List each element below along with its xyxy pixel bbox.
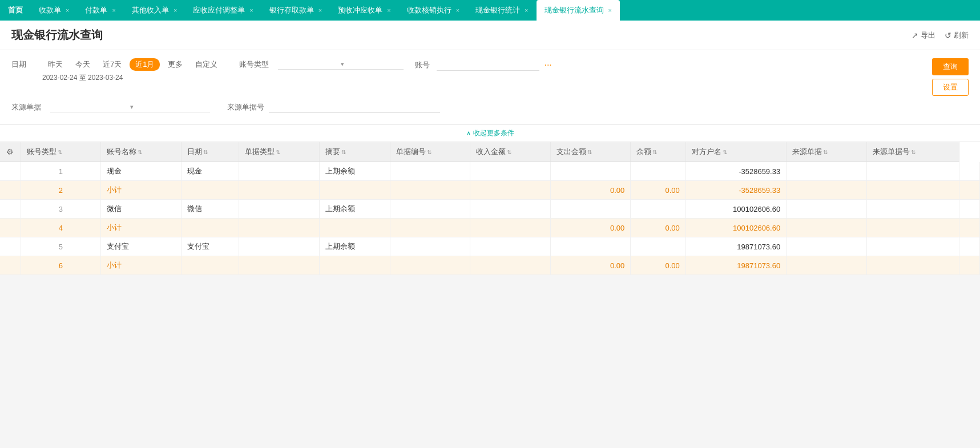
tab-bank-stat[interactable]: 现金银行统计× <box>467 0 536 21</box>
source-cell <box>866 237 959 256</box>
balance-cell: -3528659.33 <box>685 162 786 181</box>
close-icon[interactable]: × <box>112 0 115 21</box>
counterparty-cell <box>787 181 867 200</box>
voucher-no-cell <box>470 181 551 200</box>
tab-bank-flow[interactable]: 现金银行流水查询× <box>537 0 620 21</box>
tab-collect-exec[interactable]: 收款核销执行× <box>399 0 467 21</box>
settings-col-cell <box>0 162 21 181</box>
source-voucher-no-input[interactable] <box>269 102 440 113</box>
source-voucher-select[interactable]: ▾ <box>50 102 210 112</box>
page-header: 现金银行流水查询 ↗ 导出 ↺ 刷新 <box>0 21 980 50</box>
tab-payment[interactable]: 付款单× <box>77 0 123 21</box>
voucher-type-cell <box>319 219 390 237</box>
account-type-select[interactable]: ▾ <box>278 59 404 70</box>
col-summary[interactable]: 摘要⇅ <box>319 142 390 162</box>
date-opt-今天[interactable]: 今天 <box>71 58 95 71</box>
settings-col-cell <box>0 256 21 275</box>
balance-cell: 19871073.60 <box>685 237 786 256</box>
close-icon[interactable]: × <box>318 0 322 21</box>
expense-cell <box>631 162 686 181</box>
col-balance[interactable]: 余额⇅ <box>631 142 686 162</box>
account-no-input[interactable] <box>437 59 539 71</box>
summary-cell <box>390 181 470 200</box>
voucher-no-cell <box>470 237 551 256</box>
close-icon[interactable]: × <box>456 0 459 21</box>
date-opt-昨天[interactable]: 昨天 <box>43 58 67 71</box>
settings-button[interactable]: 设置 <box>932 79 969 96</box>
date-cell <box>239 162 320 181</box>
summary-cell <box>390 162 470 181</box>
source-cell <box>866 219 959 237</box>
page-title: 现金银行流水查询 <box>11 27 103 43</box>
col-voucher-no[interactable]: 单据编号⇅ <box>390 142 470 162</box>
tab-other-income[interactable]: 其他收入单× <box>124 0 185 21</box>
date-cell <box>239 256 320 275</box>
date-opt-更多[interactable]: 更多 <box>163 58 187 71</box>
col-settings: ⚙ <box>0 142 21 162</box>
col-source-no[interactable]: 来源单据号⇅ <box>866 142 959 162</box>
col-income[interactable]: 收入金额⇅ <box>470 142 551 162</box>
query-button[interactable]: 查询 <box>932 58 969 75</box>
voucher-type-cell: 上期余额 <box>319 237 390 256</box>
sort-icon: ⇅ <box>587 149 592 155</box>
counterparty-cell <box>787 200 867 219</box>
nav-home[interactable]: 首页 <box>0 0 31 21</box>
close-icon[interactable]: × <box>525 0 528 21</box>
date-opt-近7天[interactable]: 近7天 <box>98 58 126 71</box>
sort-icon: ⇅ <box>138 149 142 155</box>
counterparty-cell <box>787 219 867 237</box>
close-icon[interactable]: × <box>174 0 177 21</box>
col-account-name[interactable]: 账号名称⇅ <box>101 142 182 162</box>
summary-cell <box>390 219 470 237</box>
account-name-cell <box>181 256 239 275</box>
counterparty-cell <box>787 256 867 275</box>
row-num: 4 <box>21 219 101 237</box>
col-voucher-type[interactable]: 单据类型⇅ <box>239 142 320 162</box>
sort-icon: ⇅ <box>652 149 657 155</box>
date-options: 昨天今天近7天近1月更多自定义 <box>43 58 222 71</box>
close-icon[interactable]: × <box>249 0 253 21</box>
col-date[interactable]: 日期⇅ <box>181 142 239 162</box>
close-icon[interactable]: × <box>608 0 612 21</box>
account-type-label: 账号类型 <box>239 59 273 70</box>
source-cell <box>866 256 959 275</box>
source-voucher-no-label: 来源单据号 <box>227 102 264 112</box>
voucher-type-cell <box>319 256 390 275</box>
account-type-cell: 支付宝 <box>101 237 182 256</box>
col-source[interactable]: 来源单据⇅ <box>787 142 867 162</box>
refresh-button[interactable]: ↺ 刷新 <box>945 30 969 41</box>
table-body: 1现金现金上期余额-3528659.332小计0.000.00-3528659.… <box>0 162 980 275</box>
date-cell <box>239 200 320 219</box>
balance-cell: -3528659.33 <box>685 181 786 200</box>
data-table: ⚙账号类型⇅账号名称⇅日期⇅单据类型⇅摘要⇅单据编号⇅收入金额⇅支出金额⇅余额⇅… <box>0 142 980 275</box>
source-voucher-label: 来源单据 <box>11 102 46 112</box>
date-range: 2023-02-24 至 2023-03-24 <box>42 73 228 83</box>
voucher-type-cell <box>319 181 390 200</box>
settings-col-cell <box>0 237 21 256</box>
table-row: 1现金现金上期余额-3528659.33 <box>0 162 980 181</box>
close-icon[interactable]: × <box>387 0 390 21</box>
chevron-up-icon: ∧ <box>466 130 471 137</box>
source-cell <box>866 181 959 200</box>
more-options-icon[interactable]: ··· <box>544 60 551 70</box>
tab-prepay[interactable]: 预收冲应收单× <box>330 0 398 21</box>
col-counterparty[interactable]: 对方户名⇅ <box>685 142 786 162</box>
close-icon[interactable]: × <box>66 0 69 21</box>
tab-bank-deposit[interactable]: 银行存取款单× <box>261 0 330 21</box>
expense-cell: 0.00 <box>631 219 686 237</box>
collapse-bar[interactable]: ∧ 收起更多条件 <box>0 125 980 142</box>
gear-icon[interactable]: ⚙ <box>6 147 14 156</box>
export-button[interactable]: ↗ 导出 <box>912 30 935 41</box>
income-cell <box>550 237 631 256</box>
col-expense[interactable]: 支出金额⇅ <box>550 142 631 162</box>
date-opt-近1月[interactable]: 近1月 <box>130 58 160 71</box>
refresh-icon: ↺ <box>945 31 951 40</box>
voucher-no-cell <box>470 256 551 275</box>
col-account-type[interactable]: 账号类型⇅ <box>21 142 101 162</box>
tab-ar-adjust[interactable]: 应收应付调整单× <box>185 0 261 21</box>
date-opt-自定义[interactable]: 自定义 <box>191 58 222 71</box>
income-cell: 0.00 <box>550 181 631 200</box>
tab-receipt[interactable]: 收款单× <box>31 0 77 21</box>
table-wrap: ⚙账号类型⇅账号名称⇅日期⇅单据类型⇅摘要⇅单据编号⇅收入金额⇅支出金额⇅余额⇅… <box>0 142 980 275</box>
expense-cell: 0.00 <box>631 256 686 275</box>
